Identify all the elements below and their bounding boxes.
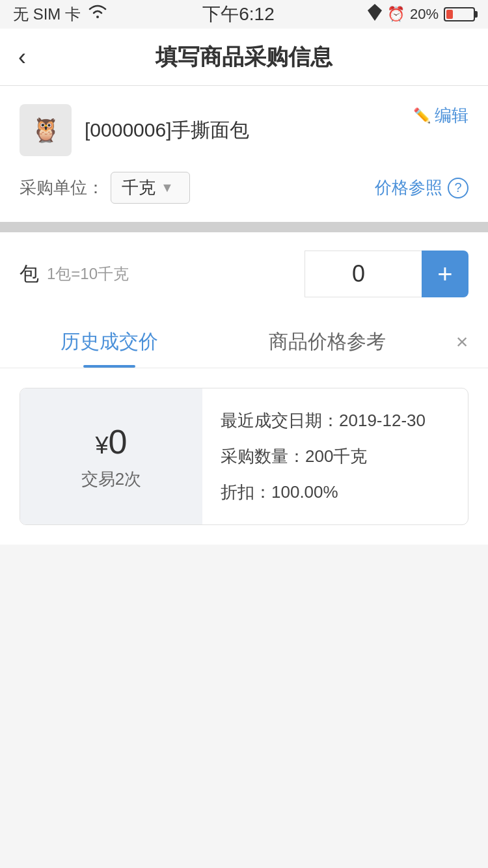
edit-icon: ✏️ [413,107,431,124]
product-thumbnail: 🦉 [20,104,72,156]
purchase-qty-label: 采购数量： [221,446,305,466]
tab-content: ¥0 交易2次 最近成交日期：2019-12-30 采购数量：200千克 折扣：… [0,368,488,545]
product-name: [0000006]手撕面包 [85,117,249,144]
edit-label: 编辑 [435,104,468,127]
nav-bar: ‹ 填写商品采购信息 [0,29,488,86]
location-icon [368,4,382,25]
quantity-input[interactable] [305,251,422,297]
purchase-qty-value: 200千克 [305,446,367,466]
product-card: 🦉 [0000006]手撕面包 ✏️ 编辑 采购单位： 千克 ▼ 价格参照 ? [0,86,488,222]
quantity-row: 包 1包=10千克 + [0,232,488,316]
tab-close-button[interactable]: × [436,316,488,368]
battery-percent: 20% [410,6,439,23]
currency-symbol: ¥ [96,432,109,459]
wifi-icon [86,4,109,25]
recent-date-row: 最近成交日期：2019-12-30 [221,408,450,433]
back-button[interactable]: ‹ [18,44,26,71]
quantity-unit: 包 [20,261,39,288]
status-right: ⏰ 20% [368,4,475,25]
section-divider [0,222,488,232]
discount-value: 100.00% [271,482,338,502]
trade-count: 交易2次 [81,468,141,491]
quantity-left: 包 1包=10千克 [20,261,129,288]
unit-row-left: 采购单位： 千克 ▼ [20,172,190,204]
main-background [0,545,488,868]
tab-history-price[interactable]: 历史成交价 [0,316,218,368]
recent-date-label: 最近成交日期： [221,411,339,430]
product-image-placeholder: 🦉 [31,116,61,144]
discount-row: 折扣：100.00% [221,480,450,505]
status-left: 无 SIM 卡 [13,4,109,25]
discount-label: 折扣： [221,482,271,502]
unit-dropdown-arrow: ▼ [161,180,174,195]
product-info: 🦉 [0000006]手撕面包 [20,104,249,156]
battery-icon [444,7,475,21]
edit-button[interactable]: ✏️ 编辑 [413,104,468,127]
history-card: ¥0 交易2次 最近成交日期：2019-12-30 采购数量：200千克 折扣：… [20,388,468,525]
tab-active-indicator [83,365,135,368]
price-value: 0 [109,423,128,461]
sim-status: 无 SIM 卡 [13,4,81,25]
tab-price-ref-label: 商品价格参考 [269,329,386,355]
tabs-header: 历史成交价 商品价格参考 × [0,316,488,368]
history-price-display: ¥0 [96,422,128,461]
tab-price-reference[interactable]: 商品价格参考 [218,316,436,368]
unit-value: 千克 [122,176,156,199]
alarm-icon: ⏰ [387,6,405,23]
page-title: 填写商品采购信息 [156,42,332,72]
price-ref-help-icon: ? [448,178,468,198]
quantity-conversion: 1包=10千克 [47,264,129,284]
history-details-section: 最近成交日期：2019-12-30 采购数量：200千克 折扣：100.00% [202,388,468,524]
price-ref-label: 价格参照 [375,176,442,199]
recent-date-value: 2019-12-30 [339,411,426,430]
purchase-qty-row: 采购数量：200千克 [221,444,450,469]
quantity-plus-button[interactable]: + [422,251,468,297]
tab-history-label: 历史成交价 [61,329,158,355]
quantity-input-wrapper: + [305,251,468,297]
price-ref-button[interactable]: 价格参照 ? [375,176,468,199]
status-time: 下午6:12 [202,2,275,27]
status-bar: 无 SIM 卡 下午6:12 ⏰ 20% [0,0,488,29]
unit-label: 采购单位： [20,176,104,199]
history-price-section: ¥0 交易2次 [20,388,202,524]
unit-select[interactable]: 千克 ▼ [111,172,190,204]
tabs-container: 历史成交价 商品价格参考 × ¥0 交易2次 最近成交日期：2019-12-30… [0,316,488,545]
